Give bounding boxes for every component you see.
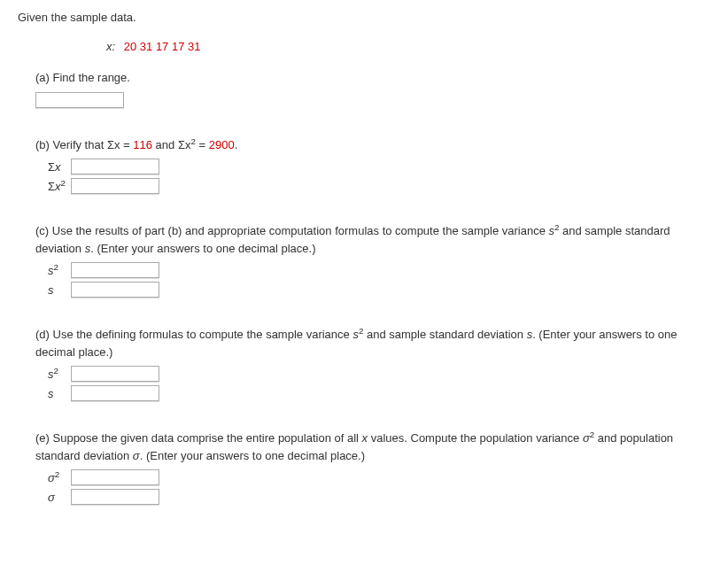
range-input[interactable] xyxy=(35,92,124,108)
part-e-prefix: (e) Suppose the given data comprise the … xyxy=(35,431,362,445)
sigma-x2-label: Σx2 xyxy=(48,180,71,193)
part-d-text: (d) Use the defining formulas to compute… xyxy=(35,326,710,360)
part-b-suffix: . xyxy=(235,138,238,151)
part-d-mid: and sample standard deviation xyxy=(363,328,526,341)
sigma-x-label: Σx xyxy=(48,160,71,174)
s2d-input[interactable] xyxy=(71,366,159,382)
part-d-prefix: (d) Use the defining formulas to compute… xyxy=(35,328,352,341)
part-b-text: (b) Verify that Σx = 116 and Σx2 = 2900. xyxy=(35,136,710,154)
sigmae-label: σ xyxy=(48,491,71,504)
part-e-text: (e) Suppose the given data comprise the … xyxy=(35,430,710,464)
sigma-x2-input[interactable] xyxy=(71,178,159,194)
part-e-var-sym: σ xyxy=(583,431,590,445)
s2d-label: s2 xyxy=(48,368,71,381)
s2-sup: 2 xyxy=(54,261,58,271)
part-a-text: (a) Find the range. xyxy=(35,69,710,87)
part-c-row2: s xyxy=(48,282,710,298)
s-input[interactable] xyxy=(71,282,159,298)
data-label: x: xyxy=(106,40,115,53)
part-b-val1: 116 xyxy=(133,138,152,151)
part-e-row2: σ xyxy=(48,489,710,505)
x1: x xyxy=(55,160,61,174)
part-b-mid2: = xyxy=(196,138,209,151)
part-c-suffix: . (Enter your answers to one decimal pla… xyxy=(90,242,315,255)
part-a: (a) Find the range. xyxy=(35,69,710,108)
part-e-suffix: . (Enter your answers to one decimal pla… xyxy=(140,449,365,462)
sigma2e-sym: σ xyxy=(48,471,55,484)
sigma2e-input[interactable] xyxy=(71,469,159,485)
intro-text: Given the sample data. xyxy=(18,11,710,24)
sup2: 2 xyxy=(61,177,66,187)
part-c: (c) Use the results of part (b) and appr… xyxy=(35,222,710,298)
sigma2: Σ xyxy=(48,180,55,193)
s2-label: s2 xyxy=(48,264,71,277)
part-d-row2: s xyxy=(48,385,710,401)
sigma-x-input[interactable] xyxy=(71,159,159,174)
sigma2e-label: σ2 xyxy=(48,471,71,484)
part-d: (d) Use the defining formulas to compute… xyxy=(35,326,710,401)
s-label: s xyxy=(48,283,71,297)
sd-sym: s xyxy=(48,387,54,400)
sd-label: s xyxy=(48,387,71,400)
s2d-sup: 2 xyxy=(54,365,58,375)
part-b-prefix: (b) Verify that Σx = xyxy=(35,138,133,151)
data-values: 20 31 17 17 31 xyxy=(124,40,201,53)
s-sym: s xyxy=(48,283,54,297)
sd-input[interactable] xyxy=(71,385,159,401)
part-e: (e) Suppose the given data comprise the … xyxy=(35,430,710,505)
part-c-prefix: (c) Use the results of part (b) and appr… xyxy=(35,224,549,237)
part-b: (b) Verify that Σx = 116 and Σx2 = 2900.… xyxy=(35,136,710,195)
part-b-val2: 2900 xyxy=(209,138,235,151)
part-c-row1: s2 xyxy=(48,262,710,278)
part-b-row1: Σx xyxy=(48,159,710,174)
data-row: x: 20 31 17 17 31 xyxy=(106,40,710,53)
part-b-mid: and Σx xyxy=(152,138,190,151)
sigma2e-sup: 2 xyxy=(55,468,59,478)
sigma1: Σ xyxy=(48,160,55,174)
part-d-row1: s2 xyxy=(48,366,710,382)
s2-input[interactable] xyxy=(71,262,159,278)
part-b-row2: Σx2 xyxy=(48,178,710,194)
sigmae-input[interactable] xyxy=(71,489,159,505)
part-e-row1: σ2 xyxy=(48,469,710,485)
part-e-sd-sym: σ xyxy=(133,449,140,462)
part-c-text: (c) Use the results of part (b) and appr… xyxy=(35,222,710,257)
sigmae-sym: σ xyxy=(48,491,55,504)
part-e-mid1: values. Compute the population variance xyxy=(368,431,583,445)
part-a-input-row xyxy=(35,92,710,108)
